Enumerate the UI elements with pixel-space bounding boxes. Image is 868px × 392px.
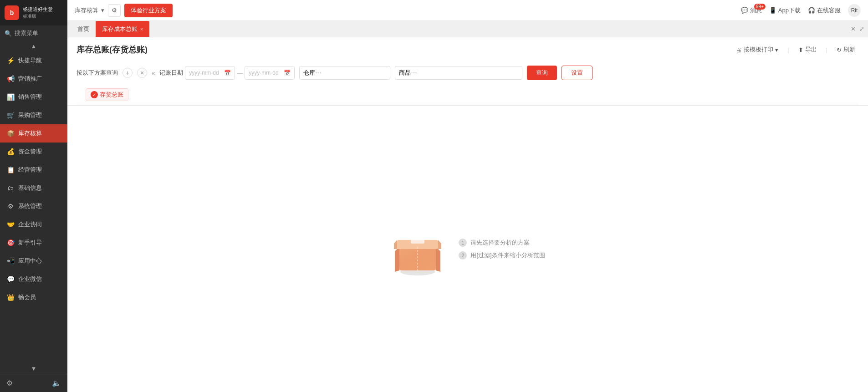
warehouse-more-icon[interactable]: ···: [315, 69, 321, 77]
sidebar-item-label: 采购管理: [18, 111, 42, 119]
enterprise-icon: 🤝: [6, 220, 15, 229]
filter-bar: 按以下方案查询 + × « 记账日期 yyyy-mm-dd 📅 — yyyy-m…: [77, 61, 859, 85]
sidebar-item-enterprise[interactable]: 🤝 企业协同: [0, 215, 67, 234]
tab-inventory-ledger[interactable]: 库存成本总账 ×: [96, 21, 149, 37]
sidebar-item-guide[interactable]: 🎯 新手引导: [0, 234, 67, 252]
sidebar-item-operation[interactable]: 📋 经营管理: [0, 161, 67, 179]
svg-marker-7: [438, 240, 441, 249]
topbar: 库存核算 ▾ ⚙ 体验行业方案 💬 消息 99+ 📱 App下载 🎧 在线客服 …: [67, 0, 868, 21]
sidebar-item-app-center[interactable]: 📲 应用中心: [0, 252, 67, 270]
sidebar-item-label: 畅会员: [18, 293, 36, 301]
system-icon: ⚙: [6, 202, 15, 210]
step-2-text: 用[过滤]条件来缩小分析范围: [470, 251, 545, 260]
logo-app-name: 畅捷通好生意: [23, 6, 53, 13]
home-tab-label: 首页: [77, 25, 89, 33]
sidebar-item-label: 企业协同: [18, 220, 42, 229]
action-divider: |: [787, 46, 789, 53]
empty-step-1: 1 请先选择要分析的方案: [459, 239, 545, 247]
refresh-icon: ↻: [837, 46, 842, 53]
sidebar-item-purchase[interactable]: 🛒 采购管理: [0, 106, 67, 124]
sidebar-item-system[interactable]: ⚙ 系统管理: [0, 197, 67, 215]
tab-resize-icon[interactable]: ⤢: [859, 25, 864, 32]
sidebar-item-label: 库存核算: [18, 129, 42, 137]
sidebar-item-inventory[interactable]: 📦 库存核算: [0, 124, 67, 143]
page-header: 库存总账(存货总账) 🖨 按模板打印 ▾ | ⬆ 导出 | ↻: [67, 37, 868, 106]
marketing-icon: 📢: [6, 75, 15, 83]
sub-filter-label: 存货总账: [100, 91, 123, 99]
online-service-btn[interactable]: 🎧 在线客服: [808, 6, 841, 15]
message-btn[interactable]: 💬 消息 99+: [741, 6, 762, 15]
warehouse-filter[interactable]: 仓库 ···: [299, 66, 390, 80]
finance-icon: 💰: [6, 148, 15, 156]
date-to-placeholder: yyyy-mm-dd: [249, 70, 278, 76]
filter-date-label: 记账日期: [159, 69, 183, 77]
date-from-input[interactable]: yyyy-mm-dd 📅: [185, 66, 235, 80]
sidebar-logo: b 畅捷通好生意 标准版: [0, 0, 67, 25]
sidebar-item-basic-info[interactable]: 🗂 基础信息: [0, 179, 67, 197]
headset-icon: 🎧: [808, 7, 815, 14]
topbar-breadcrumb: 库存核算 ▾: [75, 6, 104, 15]
date-to-input[interactable]: yyyy-mm-dd 📅: [245, 66, 295, 80]
sidebar-scroll-up[interactable]: ▲: [0, 41, 67, 51]
sidebar-scroll-down[interactable]: ▼: [0, 363, 67, 374]
page-title: 库存总账(存货总账): [77, 44, 148, 55]
query-btn[interactable]: 查询: [527, 66, 557, 80]
action-divider-2: |: [826, 46, 827, 53]
sidebar-item-wechat[interactable]: 💬 企业微信: [0, 270, 67, 288]
date-separator: —: [237, 70, 243, 76]
filter-label: 按以下方案查询: [77, 69, 118, 77]
sidebar-audio-btn[interactable]: 🔈: [52, 379, 61, 387]
sidebar-search[interactable]: 🔍 搜索菜单: [0, 25, 67, 41]
search-icon: 🔍: [5, 30, 12, 37]
product-more-icon[interactable]: ···: [411, 69, 417, 77]
topbar-settings-btn[interactable]: ⚙: [108, 4, 121, 17]
sidebar-item-finance[interactable]: 💰 资金管理: [0, 143, 67, 161]
industry-btn[interactable]: 体验行业方案: [124, 4, 173, 17]
calendar-icon: 📅: [224, 70, 231, 76]
sidebar-item-label: 营销推广: [18, 75, 42, 83]
refresh-btn[interactable]: ↻ 刷新: [833, 44, 859, 56]
product-filter[interactable]: 商品 ···: [395, 66, 522, 80]
sidebar-bottom: ⚙ 🔈: [0, 374, 67, 392]
sub-filter-item[interactable]: ✓ 存货总账: [86, 88, 128, 101]
sidebar-item-label: 资金管理: [18, 148, 42, 156]
print-icon: 🖨: [736, 46, 742, 53]
export-label: 导出: [805, 46, 817, 54]
sidebar-nav: ⚡ 快捷导航 📢 营销推广 📊 销售管理 🛒 采购管理 📦 库存核算 💰 资金管…: [0, 51, 67, 363]
topbar-right: 💬 消息 99+ 📱 App下载 🎧 在线客服 Rit: [741, 4, 861, 17]
svg-marker-3: [436, 247, 440, 272]
sidebar-item-sales[interactable]: 📊 销售管理: [0, 88, 67, 106]
sidebar-item-member[interactable]: 👑 畅会员: [0, 288, 67, 306]
empty-step-2: 2 用[过滤]条件来缩小分析范围: [459, 251, 545, 260]
user-avatar[interactable]: Rit: [848, 4, 861, 17]
tab-close-icon[interactable]: ×: [140, 26, 143, 32]
page-title-row: 库存总账(存货总账) 🖨 按模板打印 ▾ | ⬆ 导出 | ↻: [77, 44, 859, 56]
filter-add-btn[interactable]: +: [123, 68, 133, 78]
content-area: 库存总账(存货总账) 🖨 按模板打印 ▾ | ⬆ 导出 | ↻: [67, 37, 868, 392]
tab-home[interactable]: 首页: [71, 21, 96, 37]
filter-collapse-btn[interactable]: «: [152, 70, 155, 76]
setting-btn[interactable]: 设置: [562, 66, 592, 80]
guide-icon: 🎯: [6, 239, 15, 247]
phone-icon: 📱: [769, 7, 776, 14]
sub-filter-check-icon: ✓: [91, 91, 98, 98]
tab-window-close-icon[interactable]: ✕: [851, 25, 856, 32]
svg-marker-2: [395, 247, 399, 272]
filter-clear-btn[interactable]: ×: [137, 68, 147, 78]
sub-filter-bar: ✓ 存货总账: [77, 85, 859, 105]
inventory-icon: 📦: [6, 129, 15, 137]
logo-icon: b: [5, 5, 19, 20]
sidebar-item-quick-nav[interactable]: ⚡ 快捷导航: [0, 51, 67, 70]
product-label: 商品: [399, 69, 411, 77]
sidebar-item-label: 应用中心: [18, 257, 42, 265]
filter-date-group: 记账日期 yyyy-mm-dd 📅 — yyyy-mm-dd 📅: [159, 66, 295, 80]
app-label: App下载: [778, 6, 801, 15]
print-btn[interactable]: 🖨 按模板打印 ▾: [732, 44, 782, 56]
sidebar-settings-btn[interactable]: ⚙: [6, 379, 13, 387]
sidebar-item-marketing[interactable]: 📢 营销推广: [0, 70, 67, 88]
sidebar-item-label: 快捷导航: [18, 56, 42, 65]
app-download-btn[interactable]: 📱 App下载: [769, 6, 801, 15]
refresh-label: 刷新: [843, 46, 855, 54]
operation-icon: 📋: [6, 166, 15, 174]
export-btn[interactable]: ⬆ 导出: [795, 44, 821, 56]
